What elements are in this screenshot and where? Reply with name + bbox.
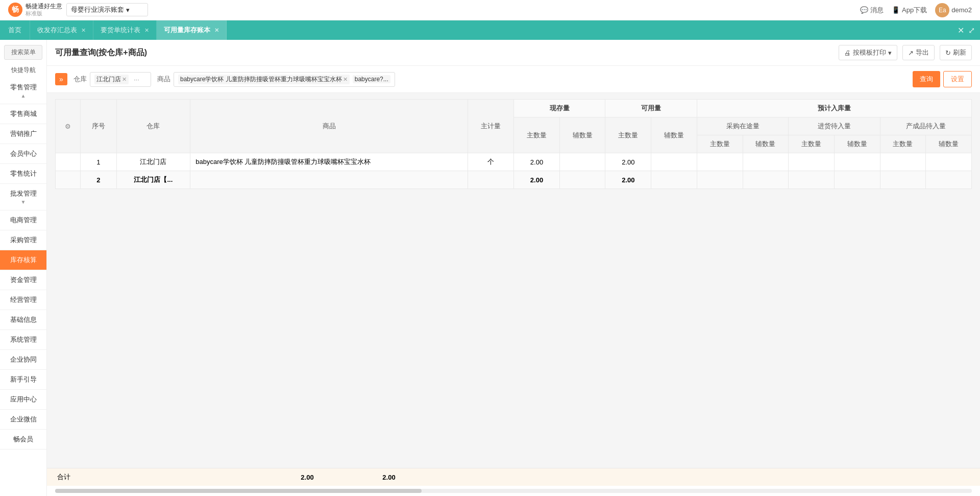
col-production-aux-header: 辅数量 [926,135,972,153]
row2-seq: 2 [81,171,116,189]
sidebar-item-new-guide-label: 新手引导 [10,375,37,384]
sidebar-item-retail-mgmt-label: 零售管理 [10,83,37,92]
sidebar-retail-mgmt-arrow: ▲ [21,93,26,99]
warehouse-more-btn[interactable]: ··· [132,76,141,83]
export-btn[interactable]: ↗ 导出 [902,45,935,60]
tab-order-stats-close[interactable]: ✕ [144,27,149,34]
sidebar-item-basic-info[interactable]: 基础信息 [0,310,46,330]
print-template-btn[interactable]: 🖨 按模板打印 ▾ [839,45,897,60]
row1-seq: 1 [81,153,116,171]
data-table: ⚙ 序号 仓库 商品 主计量 现存量 可用量 预计入库量 主数量 辅数量 主数量 [55,99,972,189]
sidebar-item-app-center[interactable]: 应用中心 [0,390,46,410]
sidebar-item-app-center-label: 应用中心 [10,395,37,404]
tab-available-stock-close[interactable]: ✕ [214,27,219,34]
row2-incoming-aux [834,171,880,189]
tab-recv-send-close[interactable]: ✕ [81,27,86,34]
col-product-header: 商品 [190,100,468,153]
col-main-unit-header: 主计量 [468,100,514,153]
tab-available-stock[interactable]: 可用量库存账本 ✕ [157,20,227,40]
filter-expand-btn[interactable]: » [55,73,67,85]
sidebar-item-member-center-label: 会员中心 [10,149,37,158]
row1-production-aux [926,153,972,171]
tab-order-stats[interactable]: 要货单统计表 ✕ [93,20,157,40]
sidebar-item-wholesale-label: 批发管理 [10,189,37,198]
user-area[interactable]: Ea demo2 [935,3,972,17]
col-gear: ⚙ [56,100,81,153]
sidebar-item-new-guide[interactable]: 新手引导 [0,370,46,390]
app-download-btn[interactable]: 📱 App下载 [892,6,927,15]
content-area: 可用量查询(按仓库+商品) 🖨 按模板打印 ▾ ↗ 导出 ↻ 刷新 » [47,40,980,496]
tab-recv-send-label: 收发存汇总表 [37,26,77,35]
print-dropdown-icon: ▾ [888,49,892,57]
col-warehouse-header: 仓库 [116,100,190,153]
product-filter-input[interactable]: babycare学饮杯 儿童防摔防撞吸管杯重力球吸嘴杯宝宝水杯 ✕ babyca… [174,72,395,87]
tab-available-stock-label: 可用量库存账本 [164,26,210,35]
row2-main-unit [468,171,514,189]
product-tag-1-text: babycare学饮杯 儿童防摔防撞吸管杯重力球吸嘴杯宝宝水杯 [180,75,342,84]
sidebar-item-member-center[interactable]: 会员中心 [0,144,46,164]
sidebar-item-ecommerce[interactable]: 电商管理 [0,210,46,230]
warehouse-filter-input[interactable]: 江北门店 ✕ ··· [90,72,151,87]
refresh-label: 刷新 [953,48,966,57]
filter-warehouse-group: 仓库 江北门店 ✕ ··· [74,72,151,87]
sidebar-item-finance[interactable]: 资金管理 [0,270,46,290]
row1-incoming-aux [834,153,880,171]
sidebar-item-inventory[interactable]: 库存核算 [0,250,46,270]
sidebar-quick-nav-btn[interactable]: 快捷导航 [0,63,46,78]
tab-recv-send[interactable]: 收发存汇总表 ✕ [30,20,93,40]
filter-bar: » 仓库 江北门店 ✕ ··· 商品 babycare学饮杯 儿童防摔防撞吸管杯… [47,66,980,93]
row1-production-main [880,153,926,171]
tab-order-stats-label: 要货单统计表 [101,26,140,35]
sidebar-item-wholesale[interactable]: 批发管理 ▼ [0,184,46,210]
page-header: 可用量查询(按仓库+商品) 🖨 按模板打印 ▾ ↗ 导出 ↻ 刷新 [47,40,980,66]
footer-label: 合计 [52,473,287,482]
main-layout: 搜索菜单 快捷导航 零售管理 ▲ 零售商城 营销推广 会员中心 零售统计 批发管… [0,40,980,496]
product-tag-2: babycare?... [353,75,390,83]
table-row: 1 江北门店 babycare学饮杯 儿童防摔防撞吸管杯重力球吸嘴杯宝宝水杯 个… [56,153,972,171]
export-label: 导出 [916,48,929,57]
col-incoming-main-header: 主数量 [789,135,835,153]
refresh-btn[interactable]: ↻ 刷新 [940,45,972,60]
sidebar-item-ecommerce-label: 电商管理 [10,216,37,225]
message-btn[interactable]: 💬 消息 [860,6,884,15]
row2-current-main: 2.00 [514,171,560,189]
nav-tabs: 首页 收发存汇总表 ✕ 要货单统计表 ✕ 可用量库存账本 ✕ ✕ ⤢ [0,20,980,40]
sidebar-item-purchase[interactable]: 采购管理 [0,230,46,250]
sidebar-item-member-vip[interactable]: 畅会员 [0,430,46,450]
table-footer: 合计 2.00 2.00 [47,468,980,486]
sidebar-item-enterprise-collab[interactable]: 企业协同 [0,350,46,370]
message-label: 消息 [870,6,884,15]
sidebar-item-retail-stats[interactable]: 零售统计 [0,164,46,184]
org-name: 母婴行业演示账套 [71,5,124,14]
sidebar-item-marketing[interactable]: 营销推广 [0,124,46,144]
sidebar-wholesale-arrow: ▼ [21,199,26,205]
row2-gear [56,171,81,189]
sidebar-item-ops[interactable]: 经营管理 [0,290,46,310]
row1-purchase-aux [743,153,789,171]
sidebar-item-finance-label: 资金管理 [10,275,37,285]
sidebar-search-btn[interactable]: 搜索菜单 [4,45,42,60]
col-planned-inbound-header: 预计入库量 [697,100,971,117]
nav-close-btn[interactable]: ✕ [958,26,964,35]
print-icon: 🖨 [844,49,851,57]
query-btn[interactable]: 查询 [913,71,940,87]
filter-product-group: 商品 babycare学饮杯 儿童防摔防撞吸管杯重力球吸嘴杯宝宝水杯 ✕ bab… [157,72,395,87]
org-selector[interactable]: 母婴行业演示账套 ▾ [66,3,148,16]
product-tag-1-remove[interactable]: ✕ [343,76,348,83]
sidebar-item-enterprise-wechat[interactable]: 企业微信 [0,410,46,430]
col-avail-aux-qty-header: 辅数量 [651,117,697,153]
row2-purchase-aux [743,171,789,189]
tab-home[interactable]: 首页 [0,20,30,40]
gear-icon[interactable]: ⚙ [65,123,71,130]
sidebar-item-retail-mall[interactable]: 零售商城 [0,104,46,124]
page-title: 可用量查询(按仓库+商品) [55,48,147,58]
sidebar-item-sys[interactable]: 系统管理 [0,330,46,350]
warehouse-tag-remove[interactable]: ✕ [122,76,127,83]
setting-btn[interactable]: 设置 [943,71,972,87]
logo-sub: 标准版 [26,10,62,17]
row1-purchase-main [697,153,743,171]
row2-purchase-main [697,171,743,189]
avatar: Ea [935,3,949,17]
nav-expand-btn[interactable]: ⤢ [968,26,975,35]
sidebar-item-retail-mgmt[interactable]: 零售管理 ▲ [0,78,46,104]
